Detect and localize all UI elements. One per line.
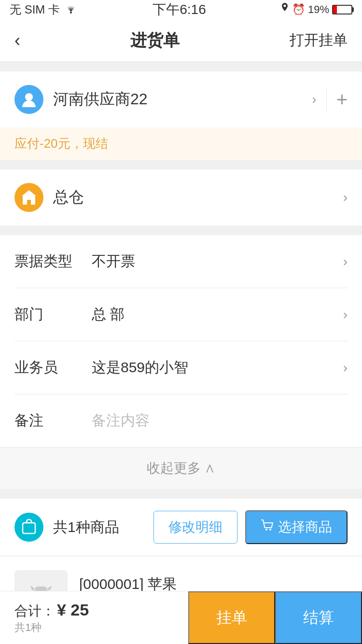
svg-rect-5 <box>23 523 35 533</box>
supplier-row[interactable]: 河南供应商22 › + <box>0 71 362 127</box>
alarm-icon: ⏰ <box>292 3 305 16</box>
products-count-label: 共1种商品 <box>53 518 153 537</box>
status-bar-right: ⏰ 19% <box>280 3 352 16</box>
add-supplier-button[interactable]: + <box>336 89 348 111</box>
section-gap-1 <box>0 62 362 71</box>
total-section: 合计： ¥ 25 共1种 <box>0 591 188 644</box>
carrier-label: 无 SIM 卡 <box>10 2 60 17</box>
supplier-avatar <box>14 85 43 114</box>
status-bar-left: 无 SIM 卡 <box>10 2 78 17</box>
sales-row[interactable]: 业务员 这是859的小智 › <box>0 341 362 394</box>
product-title: 苹果 <box>148 576 177 592</box>
status-bar: 无 SIM 卡 下午6:16 ⏰ 19% <box>0 0 362 19</box>
supplier-name: 河南供应商22 <box>53 89 312 110</box>
total-label: 合计： <box>14 602 55 620</box>
invoice-label: 票据类型 <box>14 252 82 271</box>
select-product-button[interactable]: 选择商品 <box>245 510 348 544</box>
bottom-bar: 合计： ¥ 25 共1种 挂单 结算 <box>0 591 362 644</box>
checkout-button[interactable]: 结算 <box>275 591 362 644</box>
form-section: 票据类型 不开票 › 部门 总 部 › 业务员 这是859的小智 › 备注 备注… <box>0 235 362 447</box>
sales-value: 这是859的小智 <box>82 358 343 378</box>
section-gap-2 <box>0 160 362 169</box>
page-title: 进货单 <box>130 29 180 52</box>
supplier-divider <box>326 87 327 112</box>
total-amount: ¥ 25 <box>57 601 89 619</box>
warehouse-row[interactable]: 总仓 › <box>0 169 362 225</box>
hold-button[interactable]: 挂单 <box>188 591 275 644</box>
svg-point-1 <box>25 93 33 101</box>
sales-label: 业务员 <box>14 358 82 378</box>
sales-chevron-icon: › <box>343 360 348 376</box>
nav-bar: ‹ 进货单 打开挂单 <box>0 19 362 62</box>
battery-percent: 19% <box>308 3 329 16</box>
dept-row[interactable]: 部门 总 部 › <box>0 288 362 341</box>
wifi-icon <box>64 3 78 16</box>
back-button[interactable]: ‹ <box>14 30 20 51</box>
svg-point-6 <box>265 529 267 531</box>
svg-rect-4 <box>27 200 31 205</box>
dept-value: 总 部 <box>82 305 343 324</box>
dept-label: 部门 <box>14 305 82 324</box>
warehouse-chevron-icon: › <box>343 190 348 205</box>
open-pending-button[interactable]: 打开挂单 <box>290 30 348 50</box>
svg-point-7 <box>269 529 271 531</box>
warehouse-name: 总仓 <box>53 187 343 208</box>
battery-icon <box>332 5 352 14</box>
products-icon <box>14 513 43 542</box>
invoice-row[interactable]: 票据类型 不开票 › <box>0 235 362 288</box>
balance-notice: 应付-20元，现结 <box>0 127 362 160</box>
section-gap-3 <box>0 225 362 235</box>
dept-chevron-icon: › <box>343 307 348 322</box>
select-product-label: 选择商品 <box>278 518 332 536</box>
location-icon <box>280 3 289 16</box>
invoice-chevron-icon: › <box>343 254 348 269</box>
warehouse-icon <box>14 183 43 212</box>
remark-row[interactable]: 备注 备注内容 <box>0 394 362 447</box>
edit-detail-button[interactable]: 修改明细 <box>153 511 237 544</box>
cart-icon <box>261 519 274 536</box>
invoice-value: 不开票 <box>82 252 343 271</box>
products-header: 共1种商品 修改明细 选择商品 <box>0 499 362 556</box>
collapse-button[interactable]: 收起更多 ∧ <box>0 447 362 489</box>
remark-input[interactable]: 备注内容 <box>82 411 348 431</box>
status-bar-time: 下午6:16 <box>153 0 206 19</box>
remark-label: 备注 <box>14 411 82 431</box>
supplier-chevron-icon: › <box>312 92 316 107</box>
product-code: [0000001] <box>79 576 143 592</box>
total-count: 共1种 <box>14 620 174 635</box>
svg-marker-3 <box>22 190 36 196</box>
svg-point-0 <box>70 12 72 14</box>
